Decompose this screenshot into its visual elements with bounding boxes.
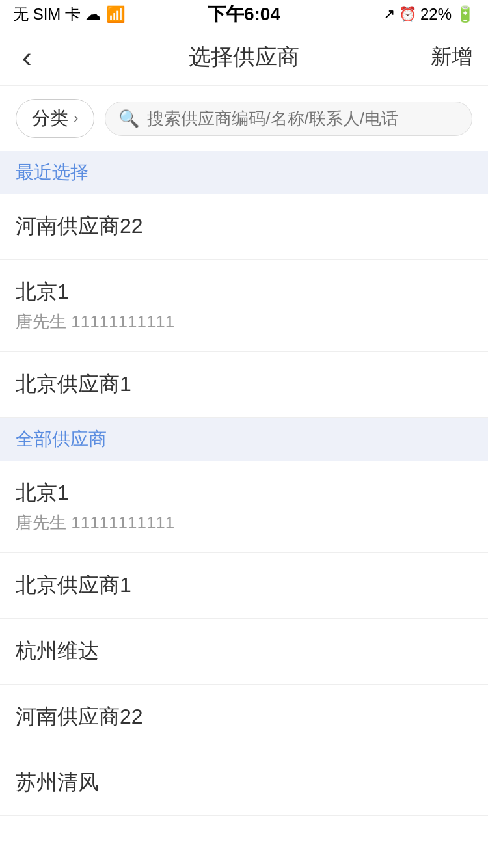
add-button[interactable]: 新增: [431, 43, 472, 72]
back-button[interactable]: ‹: [16, 34, 38, 80]
all-list-item[interactable]: 河南供应商22: [0, 685, 488, 750]
item-name: 北京供应商1: [16, 571, 472, 600]
recent-items-list: 河南供应商22北京1唐先生 11111111111北京供应商1: [0, 194, 488, 418]
nav-bar: ‹ 选择供应商 新增: [0, 29, 488, 86]
all-section-header: 全部供应商: [0, 418, 488, 461]
filter-bar: 分类 › 🔍: [0, 86, 488, 151]
chevron-right-icon: ›: [74, 110, 78, 127]
location-icon: ↗: [383, 6, 395, 23]
category-button[interactable]: 分类 ›: [16, 99, 94, 138]
recent-list-item[interactable]: 河南供应商22: [0, 194, 488, 260]
status-left: 无 SIM 卡 ☁ 📶: [13, 4, 126, 25]
item-name: 苏州清风: [16, 768, 472, 797]
all-list-item[interactable]: 北京1唐先生 11111111111: [0, 461, 488, 553]
search-input[interactable]: [147, 109, 459, 129]
status-right: ↗ ⏰ 22% 🔋: [383, 5, 475, 23]
search-icon: 🔍: [118, 109, 139, 129]
category-label: 分类: [32, 106, 68, 131]
all-section-label: 全部供应商: [16, 429, 107, 449]
status-bar: 无 SIM 卡 ☁ 📶 下午6:04 ↗ ⏰ 22% 🔋: [0, 0, 488, 29]
item-name: 杭州维达: [16, 637, 472, 666]
item-sub: 唐先生 11111111111: [16, 310, 472, 333]
nav-title: 选择供应商: [189, 42, 299, 72]
all-list-item[interactable]: 杭州维达: [0, 619, 488, 685]
recent-list-item[interactable]: 北京供应商1: [0, 352, 488, 418]
status-time: 下午6:04: [208, 2, 280, 27]
recent-section-label: 最近选择: [16, 162, 88, 182]
battery-text: 22%: [420, 5, 452, 23]
all-list-item[interactable]: 北京供应商1: [0, 553, 488, 619]
wifi-icon: 📶: [106, 5, 126, 23]
no-sim-text: 无 SIM 卡 ☁: [13, 4, 101, 25]
recent-list-item[interactable]: 北京1唐先生 11111111111: [0, 260, 488, 352]
item-sub: 唐先生 11111111111: [16, 511, 472, 534]
item-name: 北京供应商1: [16, 370, 472, 399]
recent-section-header: 最近选择: [0, 151, 488, 194]
all-list-item[interactable]: 苏州清风: [0, 750, 488, 816]
battery-icon: 🔋: [455, 5, 475, 23]
alarm-icon: ⏰: [399, 6, 416, 23]
search-wrapper: 🔍: [105, 102, 472, 136]
all-items-list: 北京1唐先生 11111111111北京供应商1杭州维达河南供应商22苏州清风: [0, 461, 488, 816]
item-name: 北京1: [16, 278, 472, 306]
item-name: 河南供应商22: [16, 703, 472, 731]
item-name: 北京1: [16, 479, 472, 508]
item-name: 河南供应商22: [16, 212, 472, 241]
